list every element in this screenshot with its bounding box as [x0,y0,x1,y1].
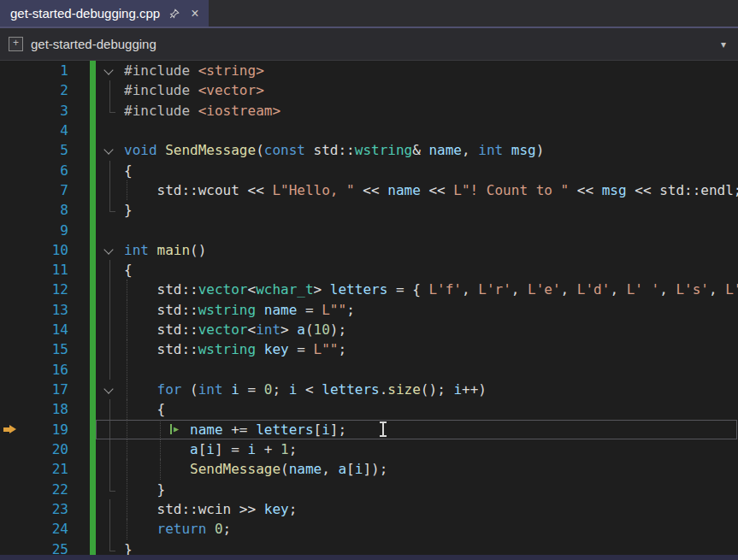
code-line[interactable]: 14 std::vector<int> a(10); [0,320,738,339]
code-line[interactable]: 17 for (int i = 0; i < letters.size(); i… [0,380,738,399]
code-line[interactable]: 20 a[i] = i + 1; [0,439,738,459]
change-tracking-bar [90,399,96,419]
fold-margin [96,260,124,280]
code-line[interactable]: 9 [0,221,738,240]
code-text[interactable]: std::wstring key = L""; [124,339,738,359]
code-text[interactable]: void SendMessage(const std::wstring& nam… [124,140,738,160]
breakpoint-margin[interactable] [0,61,26,80]
code-text[interactable]: std::vector<int> a(10); [124,320,738,339]
code-line[interactable]: 16 [0,360,738,380]
breakpoint-margin[interactable] [0,140,26,160]
navigation-bar[interactable]: + get-started-debugging ▾ [0,28,738,61]
instruction-pointer-icon [3,425,17,433]
breakpoint-margin[interactable] [0,101,26,121]
breakpoint-margin[interactable] [0,459,26,479]
code-line[interactable]: 2#include <vector> [0,80,738,100]
change-tracking-bar [90,121,96,140]
line-number: 22 [26,480,68,499]
code-text[interactable]: std::wstring name = L""; [124,300,738,320]
breakpoint-margin[interactable] [0,80,26,100]
code-text[interactable]: int main() [124,240,738,260]
indent-guide [127,519,127,539]
code-text[interactable]: } [124,480,738,499]
breakpoint-margin[interactable] [0,240,26,260]
gutter-gap [68,180,90,200]
breakpoint-margin[interactable] [0,300,26,320]
code-line[interactable]: 18 { [0,399,738,419]
tab-get-started-debugging[interactable]: get-started-debugging.cpp × [0,0,209,27]
code-line[interactable]: 12 std::vector<wchar_t> letters = { L'f'… [0,280,738,299]
breakpoint-margin[interactable] [0,380,26,399]
close-icon[interactable]: × [189,7,200,21]
code-line[interactable]: 23 std::wcin >> key; [0,499,738,519]
breakpoint-margin[interactable] [0,499,26,519]
code-line[interactable]: 6{ [0,161,738,180]
code-line[interactable]: 11{ [0,260,738,280]
run-to-click-icon[interactable]: ▶ [170,424,179,434]
fold-chevron-icon[interactable] [96,240,124,260]
code-text[interactable]: a[i] = i + 1; [124,439,738,459]
code-line[interactable]: 1#include <string> [0,61,738,80]
code-line[interactable]: 3#include <iostream> [0,101,738,121]
code-text[interactable]: { [124,161,738,180]
code-line[interactable]: 4 [0,121,738,140]
breakpoint-margin[interactable] [0,439,26,459]
code-text[interactable]: SendMessage(name, a[i]); [124,459,738,479]
code-text[interactable]: std::wcout << L"Hello, " << name << L"! … [124,180,738,200]
code-text[interactable]: #include <string> [124,61,738,80]
code-line[interactable]: 24 return 0; [0,519,738,539]
breakpoint-margin[interactable] [0,420,26,439]
change-tracking-bar [90,380,96,399]
fold-chevron-icon[interactable] [96,61,124,80]
breakpoint-margin[interactable] [0,280,26,299]
line-number: 18 [26,399,68,419]
code-line[interactable]: 13 std::wstring name = L""; [0,300,738,320]
breakpoint-margin[interactable] [0,121,26,140]
code-text[interactable] [124,121,738,140]
code-text[interactable]: #include <vector> [124,80,738,100]
code-text[interactable]: { [124,399,738,419]
code-text[interactable]: #include <iostream> [124,101,738,121]
code-line[interactable]: 19 name += letters[i];▶ [0,420,738,439]
chevron-down-icon[interactable]: ▾ [717,38,729,50]
code-line[interactable]: 8} [0,200,738,220]
fold-margin [96,360,124,380]
code-text[interactable]: for (int i = 0; i < letters.size(); i++) [124,380,738,399]
breakpoint-margin[interactable] [0,360,26,380]
code-line[interactable]: 15 std::wstring key = L""; [0,339,738,359]
code-line[interactable]: 5void SendMessage(const std::wstring& na… [0,140,738,160]
line-number: 23 [26,499,68,519]
breakpoint-margin[interactable] [0,320,26,339]
code-line[interactable]: 21 SendMessage(name, a[i]); [0,459,738,479]
code-text[interactable]: name += letters[i]; [124,420,738,439]
breakpoint-margin[interactable] [0,480,26,499]
breakpoint-margin[interactable] [0,260,26,280]
code-text[interactable]: std::wcin >> key; [124,499,738,519]
code-line[interactable]: 7 std::wcout << L"Hello, " << name << L"… [0,180,738,200]
code-line[interactable]: 22 } [0,480,738,499]
change-tracking-bar [90,439,96,459]
breakpoint-margin[interactable] [0,339,26,359]
code-line[interactable]: 10int main() [0,240,738,260]
line-number: 21 [26,459,68,479]
fold-chevron-icon[interactable] [96,380,124,399]
code-text[interactable]: std::vector<wchar_t> letters = { L'f', L… [124,280,738,299]
code-text[interactable] [124,221,738,240]
breakpoint-margin[interactable] [0,161,26,180]
code-text[interactable]: } [124,200,738,220]
fold-chevron-icon[interactable] [96,140,124,160]
code-text[interactable]: { [124,260,738,280]
code-text[interactable]: return 0; [124,519,738,539]
breakpoint-margin[interactable] [0,221,26,240]
indent-guide [160,420,161,439]
breakpoint-margin[interactable] [0,399,26,419]
breakpoint-margin[interactable] [0,180,26,200]
fold-margin [96,180,124,200]
breakpoint-margin[interactable] [0,519,26,539]
pin-icon[interactable] [168,8,180,20]
fold-margin [96,221,124,240]
change-tracking-bar [90,499,96,519]
code-text[interactable] [124,360,738,380]
change-tracking-bar [90,180,96,200]
breakpoint-margin[interactable] [0,200,26,220]
